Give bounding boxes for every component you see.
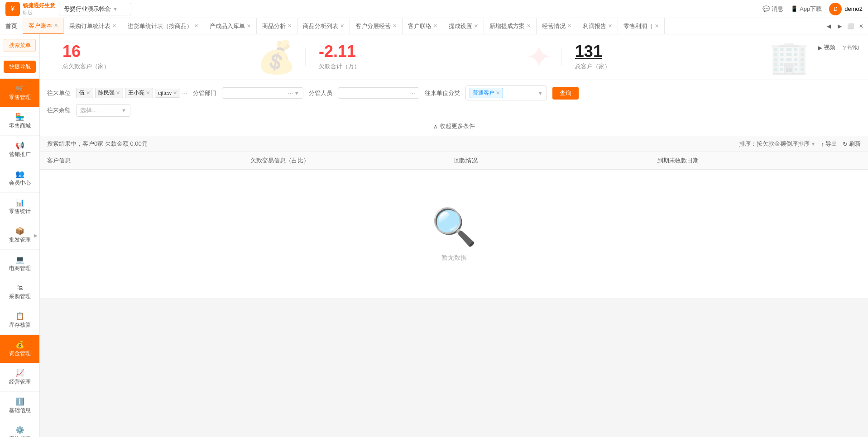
tab-goods-analysis-list[interactable]: 商品分析列表 ✕ xyxy=(297,18,350,34)
tab-new-promo[interactable]: 新增提成方案 ✕ xyxy=(484,18,537,34)
video-action-button[interactable]: ▶ 视频 xyxy=(818,43,835,52)
tab-close-purchase[interactable]: ✕ xyxy=(112,23,116,29)
messages-button[interactable]: 💬 消息 xyxy=(762,5,783,13)
remove-chen-button[interactable]: ✕ xyxy=(116,90,120,96)
sidebar-item-marketing[interactable]: 📢 营销推广 xyxy=(0,136,39,164)
tab-close-cost[interactable]: ✕ xyxy=(247,23,251,29)
balance-select[interactable]: 选择... ▼ xyxy=(76,104,130,117)
remove-cjttcw-button[interactable]: ✕ xyxy=(173,90,177,96)
sidebar-item-batch-mgmt[interactable]: 📦 批发管理 ▶ xyxy=(0,221,39,250)
tab-close-retail[interactable]: ✕ xyxy=(655,23,659,29)
tab-close-goods-list[interactable]: ✕ xyxy=(340,23,344,29)
tab-inbound-stats[interactable]: 进货单统计表（按商品） ✕ xyxy=(122,18,204,34)
tab-expand-button[interactable]: ⬜ xyxy=(845,21,855,31)
remove-wang-button[interactable]: ✕ xyxy=(146,90,150,96)
sidebar-item-sys-mgmt[interactable]: ⚙️ 系统管理 xyxy=(0,420,39,437)
results-actions: 排序：按欠款金额倒序排序 ▼ ↑ 导出 ↻ 刷新 xyxy=(739,140,861,148)
tab-goods-analysis[interactable]: 商品分析 ✕ xyxy=(257,18,297,34)
collapse-row: ∧ 收起更多条件 xyxy=(47,120,861,130)
sort-button[interactable]: 排序：按欠款金额倒序排序 ▼ xyxy=(739,140,816,148)
store-select[interactable]: 母婴行业演示帐套 ▼ xyxy=(59,3,131,15)
sort-chevron-icon: ▼ xyxy=(811,141,816,147)
filter-tag-chen-text: 陈民强 xyxy=(98,89,115,97)
filter-tag-wu: 伍 ✕ xyxy=(76,88,93,98)
sidebar-item-base-info[interactable]: ℹ️ 基础信息 xyxy=(0,392,39,420)
tab-promo-settings[interactable]: 提成设置 ✕ xyxy=(443,18,484,34)
refresh-button[interactable]: ↻ 刷新 xyxy=(843,140,861,148)
tab-prev-button[interactable]: ◀ xyxy=(824,21,834,31)
filter-tag-wang: 王小亮 ✕ xyxy=(125,88,153,98)
filter-tag-chen: 陈民强 ✕ xyxy=(95,88,123,98)
sidebar-item-retail-stats[interactable]: 📊 零售统计 xyxy=(0,193,39,221)
sidebar-item-retail-shop[interactable]: 🏪 零售商城 xyxy=(0,107,39,136)
retail-mgmt-icon: 🛒 xyxy=(15,84,24,93)
tab-retail-profit[interactable]: 零售利润（ ✕ xyxy=(618,18,665,34)
purchase-icon: 🛍 xyxy=(16,284,24,292)
category-tag: 普通客户 ✕ xyxy=(470,88,503,98)
tab-home[interactable]: 首页 xyxy=(0,18,23,34)
filter-tag-cjttcw: cjttcw ✕ xyxy=(155,89,180,98)
tab-close-contact[interactable]: ✕ xyxy=(433,23,437,29)
category-select[interactable]: 普通客户 ✕ ▼ xyxy=(465,86,547,100)
app-download-button[interactable]: 📱 App下载 xyxy=(791,5,822,13)
debt-total-label: 欠款合计（万） xyxy=(319,62,360,71)
tab-close-all-button[interactable]: ✕ xyxy=(856,21,866,31)
sidebar-item-retail-mgmt[interactable]: 🛒 零售管理 xyxy=(0,79,39,107)
tab-purchase-orders[interactable]: 采购订单统计表 ✕ xyxy=(64,18,122,34)
tab-close-goods[interactable]: ✕ xyxy=(288,23,292,29)
unit-filter-label: 往来单位 xyxy=(47,89,71,97)
tab-close-customers[interactable]: ✕ xyxy=(54,23,58,28)
sidebar-item-members[interactable]: 👥 会员中心 xyxy=(0,164,39,193)
filter-row-1: 往来单位 伍 ✕ 陈民强 ✕ 王小亮 ✕ cjttcw xyxy=(47,86,861,100)
sidebar-item-inventory[interactable]: 📋 库存核算 xyxy=(0,306,39,335)
tab-customer-tier[interactable]: 客户分层经营 ✕ xyxy=(350,18,403,34)
tab-profit-report[interactable]: 利润报告 ✕ xyxy=(577,18,618,34)
results-bar: 搜索结果中，客户0家 欠款金额 0.00元 排序：按欠款金额倒序排序 ▼ ↑ 导… xyxy=(40,136,868,152)
sidebar-item-finance[interactable]: 💰 资金管理 xyxy=(0,335,39,363)
batch-mgmt-icon: 📦 xyxy=(15,227,24,235)
dept-select[interactable]: ··· ▼ xyxy=(222,87,303,99)
search-menu-button[interactable]: 搜索菜单 xyxy=(4,39,36,52)
sidebar-item-operations[interactable]: 📈 经营管理 xyxy=(0,363,39,392)
search-button[interactable]: 查询 xyxy=(552,87,579,100)
table-header: 客户信息 欠款交易信息（占比） 回款情况 到期未收款日期 xyxy=(40,152,868,170)
tab-customers[interactable]: 客户账本 ✕ xyxy=(23,18,64,34)
tab-next-button[interactable]: ▶ xyxy=(834,21,844,31)
col-header-debt-info: 欠款交易信息（占比） xyxy=(250,157,454,165)
help-icon: ? xyxy=(843,44,846,51)
filter-tags-unit: 伍 ✕ 陈民强 ✕ 王小亮 ✕ cjttcw ✕ ··· xyxy=(76,88,187,98)
tab-close-promo[interactable]: ✕ xyxy=(474,23,478,29)
collapse-button[interactable]: ∧ 收起更多条件 xyxy=(433,122,475,130)
page-content: 💰 16 总欠款客户（家） ✦ -2.11 欠款合计（万） 🏢 131 总客户（… xyxy=(40,34,868,437)
quick-nav-button[interactable]: 快捷导航 xyxy=(4,61,36,73)
category-chevron-icon: ▼ xyxy=(538,90,543,96)
purchase-orders-tab-label: 采购订单统计表 xyxy=(69,22,110,30)
person-filter-label: 分管人员 xyxy=(309,89,332,97)
tab-close-profit[interactable]: ✕ xyxy=(608,23,612,29)
more-tags-button[interactable]: ··· xyxy=(182,90,187,97)
tab-close-inbound[interactable]: ✕ xyxy=(194,23,198,29)
dept-more-icon: ··· xyxy=(288,90,293,96)
avatar: D xyxy=(829,3,842,15)
marketing-icon: 📢 xyxy=(15,141,24,150)
operations-icon: 📈 xyxy=(15,369,24,377)
tab-close-biz[interactable]: ✕ xyxy=(567,23,571,29)
chevron-down-icon: ▼ xyxy=(113,6,118,12)
tab-close-new-promo[interactable]: ✕ xyxy=(527,23,531,29)
export-button[interactable]: ↑ 导出 xyxy=(821,140,838,148)
tab-customer-contact[interactable]: 客户联络 ✕ xyxy=(403,18,443,34)
sidebar-item-ecommerce[interactable]: 💻 电商管理 xyxy=(0,250,39,278)
person-select[interactable]: ··· xyxy=(338,87,419,99)
tab-cost-inbound[interactable]: 产成品入库单 ✕ xyxy=(204,18,257,34)
user-menu[interactable]: D demo2 xyxy=(829,3,863,15)
logo-area: ¥ 畅捷通好生意 标版 xyxy=(5,2,55,16)
remove-wu-button[interactable]: ✕ xyxy=(86,90,90,96)
tab-business-status[interactable]: 经营情况 ✕ xyxy=(537,18,577,34)
sidebar-item-purchase[interactable]: 🛍 采购管理 xyxy=(0,278,39,306)
balance-placeholder: 选择... xyxy=(80,106,97,114)
tab-close-tier[interactable]: ✕ xyxy=(393,23,397,29)
remove-category-button[interactable]: ✕ xyxy=(496,90,500,96)
help-action-button[interactable]: ? 帮助 xyxy=(843,43,859,52)
top-bar: ¥ 畅捷通好生意 标版 母婴行业演示帐套 ▼ 💬 消息 📱 App下载 D de… xyxy=(0,0,868,18)
collapse-up-icon: ∧ xyxy=(433,123,438,130)
